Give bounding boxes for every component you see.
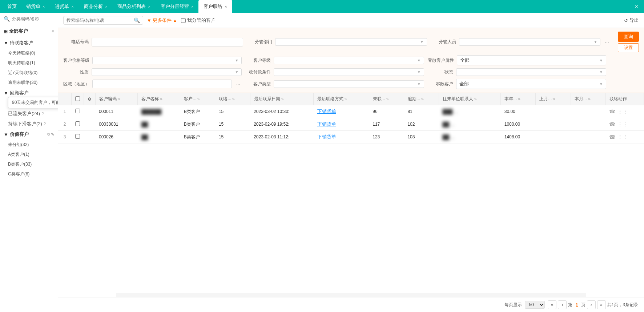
select-all-checkbox[interactable] — [75, 96, 80, 101]
more-conditions-button[interactable]: ▼ 更多条件 ▲ — [147, 17, 177, 24]
filter-label-status: 状态 — [428, 69, 453, 75]
cell-checkbox — [71, 118, 84, 131]
sidebar-item-class-c[interactable]: C类客户(6) — [0, 169, 58, 179]
cell-type: B类客户 — [180, 118, 215, 131]
filter-select-status[interactable]: ▼ — [456, 68, 606, 76]
window-close-button[interactable]: × — [632, 3, 641, 10]
prev-page-button[interactable]: ‹ — [558, 300, 567, 309]
filter-toolbar: 🔍 ▼ 更多条件 ▲ 我分管的客户 ↺ 导出 — [58, 13, 644, 28]
per-page-select[interactable]: 50 100 — [525, 301, 545, 309]
settings-button[interactable]: 设置 — [618, 43, 639, 52]
refresh-icon[interactable]: ↻ — [47, 132, 50, 137]
action-more-icon[interactable]: ⋮⋮ — [617, 134, 628, 140]
export-button[interactable]: ↺ 导出 — [624, 17, 639, 24]
churned-label: 已流失客户(24) — [8, 110, 40, 117]
search-button[interactable]: 🔍 — [134, 17, 140, 23]
next-page-button[interactable]: › — [587, 300, 596, 309]
sidebar-item-today[interactable]: 今天待联络(0) — [0, 48, 58, 58]
tab-purchase[interactable]: 进货单 × — [50, 0, 79, 13]
sidebar-item-tomorrow[interactable]: 明天待联络(1) — [0, 58, 58, 68]
row-checkbox[interactable] — [75, 121, 80, 126]
tab-sales-close[interactable]: × — [43, 4, 45, 9]
query-button[interactable]: 查询 — [618, 32, 639, 42]
sidebar-item-ungrouped[interactable]: 未分组(32) — [0, 140, 58, 150]
action-call-icon[interactable]: ☎ — [609, 109, 615, 114]
col-index — [58, 93, 71, 105]
filter-select-customer-type[interactable]: ▼ — [274, 80, 424, 88]
contact-method-link[interactable]: 下销货单 — [317, 109, 336, 114]
pagination: 每页显示 50 100 « ‹ 第 1 页 › » 共1页，3条记录 — [58, 297, 644, 312]
col-settings[interactable]: ⚙ — [84, 93, 95, 105]
action-call-icon[interactable]: ☎ — [609, 121, 615, 127]
value-group-edit-icons: ↻ ✎ — [47, 132, 54, 137]
sidebar-item-churned[interactable]: 已流失客户(24) ? — [0, 109, 58, 119]
row-checkbox[interactable] — [75, 109, 80, 113]
tab-customer-contact-close[interactable]: × — [225, 4, 227, 9]
col-uncontacted[interactable]: 未联...⇅ — [369, 93, 404, 105]
filter-region-dots[interactable]: ··· — [235, 81, 242, 87]
tab-goods-list-close[interactable]: × — [148, 4, 150, 9]
filter-funnel-icon: ▼ — [147, 18, 152, 23]
my-customers-checkbox[interactable] — [181, 18, 186, 23]
filter-select-zero-attr[interactable]: 全部 ▼ — [457, 55, 606, 65]
sidebar-all-customers[interactable]: ⊞ 全部客户 — [4, 28, 28, 35]
tab-sales[interactable]: 销货单 × — [21, 0, 50, 13]
sidebar-item-class-b[interactable]: B类客户(33) — [0, 159, 58, 169]
sidebar-collapse-button[interactable]: « — [52, 29, 54, 34]
sidebar-group-value[interactable]: ▼ 价值客户 ↻ ✎ — [0, 129, 58, 140]
col-code[interactable]: 客户编码⇅ — [95, 93, 138, 105]
filter-select-price-level[interactable]: ▼ — [92, 57, 242, 64]
sidebar-item-class-a[interactable]: A类客户(1) — [0, 150, 58, 159]
tab-customer-contact[interactable]: 客户联络 × — [198, 0, 232, 13]
filter-input-region[interactable] — [92, 80, 232, 88]
filter-select-customer-level[interactable]: ▼ — [274, 57, 424, 64]
filter-field-status: 状态 ▼ — [428, 68, 606, 76]
cell-last-contact-method: 下销货单 — [314, 105, 369, 118]
sidebar-item-declining[interactable]: 持续下滑客户(2) ? — [0, 119, 58, 129]
edit-icon[interactable]: ✎ — [51, 132, 54, 137]
col-name[interactable]: 客户名称⇅ — [138, 93, 180, 105]
col-overdue[interactable]: 逾期...⇅ — [404, 93, 439, 105]
sidebar-item-7days[interactable]: 近7天待联络(0) — [0, 68, 58, 78]
col-contact[interactable]: 联络...⇅ — [215, 93, 250, 105]
filter-manager-dots[interactable]: ··· — [603, 39, 611, 45]
tab-goods-analysis-close[interactable]: × — [105, 4, 107, 9]
col-last-month[interactable]: 上月...⇅ — [536, 93, 571, 105]
col-this-month[interactable]: 本月...⇅ — [571, 93, 605, 105]
action-call-icon[interactable]: ☎ — [609, 134, 615, 140]
sidebar-search-input[interactable] — [12, 16, 58, 21]
col-last-contact-method[interactable]: 最后联络方式⇅ — [314, 93, 369, 105]
filter-select-manager[interactable]: ▼ — [459, 38, 601, 46]
sidebar-group-pending[interactable]: ▼ 待联络客户 — [0, 37, 58, 48]
search-input[interactable] — [67, 18, 132, 23]
sidebar-item-overdue[interactable]: 逾期未联络(30) — [0, 78, 58, 88]
tab-home[interactable]: 首页 — [3, 0, 21, 13]
filter-select-zero-customer[interactable]: 全部 ▼ — [456, 79, 606, 89]
contact-method-link[interactable]: 下销货单 — [317, 134, 336, 139]
action-more-icon[interactable]: ⋮⋮ — [617, 109, 628, 114]
col-unit-contact[interactable]: 往来单位联系人⇅ — [439, 93, 501, 105]
filter-select-payment[interactable]: ▼ — [274, 68, 424, 76]
row-checkbox[interactable] — [75, 134, 80, 139]
action-more-icon[interactable]: ⋮⋮ — [617, 121, 628, 127]
action-icons: ☎ ⋮⋮ — [609, 109, 640, 114]
last-page-button[interactable]: » — [597, 300, 606, 309]
tab-goods-analysis[interactable]: 商品分析 × — [79, 0, 112, 13]
tab-goods-list[interactable]: 商品分析列表 × — [112, 0, 155, 13]
filter-select-nature[interactable]: ▼ — [92, 68, 242, 76]
tab-purchase-close[interactable]: × — [71, 4, 73, 9]
col-type[interactable]: 客户...⇅ — [180, 93, 215, 105]
cell-settings — [84, 105, 95, 118]
filter-label-price-level: 客户价格等级 — [63, 57, 89, 64]
horizontal-scrollbar[interactable] — [116, 293, 586, 297]
value-group-label: 价值客户 — [10, 131, 29, 138]
export-icon: ↺ — [624, 18, 628, 23]
tab-customer-layer-close[interactable]: × — [191, 4, 193, 9]
tab-customer-layer[interactable]: 客户分层经营 × — [156, 0, 198, 13]
col-this-year[interactable]: 本年...⇅ — [501, 93, 536, 105]
filter-input-phone[interactable] — [92, 38, 243, 46]
filter-select-dept[interactable]: ▼ — [275, 38, 427, 46]
col-last-contact-date[interactable]: 最后联系日期⇅ — [250, 93, 314, 105]
first-page-button[interactable]: « — [548, 300, 556, 309]
contact-method-link[interactable]: 下销货单 — [317, 121, 336, 127]
